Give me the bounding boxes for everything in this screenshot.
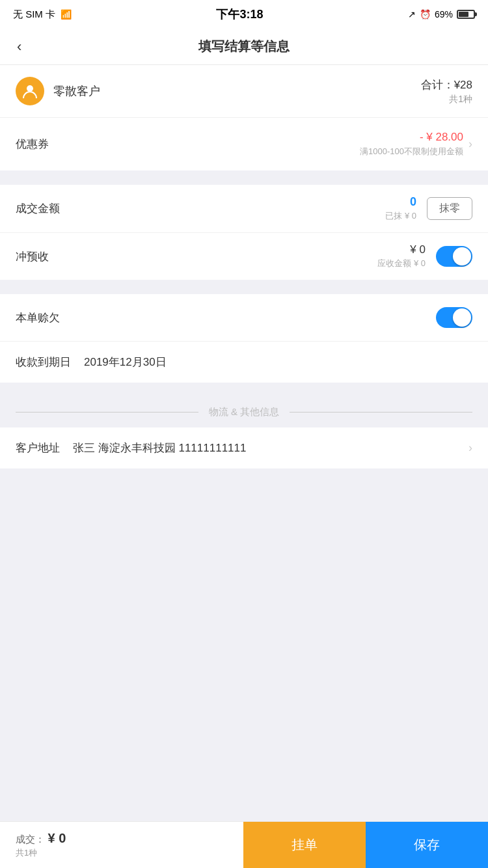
address-value: 张三 海淀永丰科技园 11111111111 <box>73 441 468 455</box>
svg-point-0 <box>27 85 33 92</box>
due-date-row: 收款到期日 2019年12月30日 <box>0 341 488 383</box>
coupon-label: 优惠券 <box>16 137 49 152</box>
advance-amount-sub: 应收金额 ¥ 0 <box>377 258 426 269</box>
address-chevron-icon: › <box>468 441 472 455</box>
status-left: 无 SIM 卡 📶 <box>13 8 72 21</box>
deal-amount-col: 0 已抹 ¥ 0 <box>385 195 416 222</box>
credit-toggle-knob <box>453 308 471 327</box>
status-right: ↗ ⏰ 69% <box>408 9 475 20</box>
due-date-value: 2019年12月30日 <box>84 355 167 370</box>
battery-icon <box>457 10 475 19</box>
customer-left: 零散客户 <box>16 77 100 105</box>
bottom-summary: 成交： ¥ 0 共1种 <box>0 831 243 859</box>
battery-fill <box>459 12 468 17</box>
address-label: 客户地址 <box>16 441 60 455</box>
alarm-icon: ⏰ <box>420 9 431 20</box>
divider-3 <box>0 389 488 397</box>
back-button[interactable]: ‹ <box>10 32 28 62</box>
deal-section: 成交金额 0 已抹 ¥ 0 抹零 冲预收 ¥ 0 应收金额 ¥ 0 <box>0 185 488 280</box>
deal-amount-sub: 已抹 ¥ 0 <box>385 210 416 222</box>
hold-button[interactable]: 挂单 <box>243 822 366 869</box>
address-section: 客户地址 张三 海淀永丰科技园 11111111111 › <box>0 427 488 468</box>
deal-amount-label: 成交金额 <box>16 201 60 216</box>
due-date-label: 收款到期日 <box>16 355 71 370</box>
credit-section: 本单赊欠 收款到期日 2019年12月30日 <box>0 294 488 383</box>
divider-2 <box>0 286 488 294</box>
customer-total: 合计：¥28 共1种 <box>421 77 472 105</box>
no-sim-text: 无 SIM 卡 <box>13 8 55 21</box>
credit-toggle[interactable] <box>436 307 472 328</box>
advance-amount-col: ¥ 0 应收金额 ¥ 0 <box>377 243 426 269</box>
bottom-bar: 成交： ¥ 0 共1种 挂单 保存 <box>0 821 488 868</box>
logistics-line-left <box>16 412 198 413</box>
bottom-deal-amount: ¥ 0 <box>47 831 66 845</box>
bottom-count: 共1种 <box>16 847 228 859</box>
credit-label: 本单赊欠 <box>16 310 60 325</box>
advance-amount-value: ¥ 0 <box>377 243 426 256</box>
deal-amount-row: 成交金额 0 已抹 ¥ 0 抹零 <box>0 185 488 232</box>
divider-1 <box>0 177 488 185</box>
address-row[interactable]: 客户地址 张三 海淀永丰科技园 11111111111 › <box>0 427 488 468</box>
deal-amount-value: 0 <box>385 195 416 209</box>
battery-percent: 69% <box>435 9 453 20</box>
customer-row: 零散客户 合计：¥28 共1种 <box>0 65 488 117</box>
advance-right: ¥ 0 应收金额 ¥ 0 <box>377 243 472 269</box>
customer-section: 零散客户 合计：¥28 共1种 优惠券 - ¥ 28.00 满1000-100不… <box>0 65 488 170</box>
advance-label: 冲预收 <box>16 249 49 264</box>
save-button[interactable]: 保存 <box>366 822 488 869</box>
coupon-row[interactable]: 优惠券 - ¥ 28.00 满1000-100不限制使用金额 › <box>0 117 488 170</box>
coupon-desc: 满1000-100不限制使用金额 <box>360 146 463 157</box>
status-time: 下午3:18 <box>216 7 263 22</box>
advance-toggle[interactable] <box>436 246 472 267</box>
logistics-title: 物流 & 其他信息 <box>198 406 290 418</box>
chevron-right-icon: › <box>468 137 472 151</box>
credit-row: 本单赊欠 <box>0 294 488 341</box>
wifi-icon: 📶 <box>61 9 72 20</box>
coupon-discount: - ¥ 28.00 <box>360 131 463 144</box>
toggle-knob <box>453 247 471 265</box>
coupon-detail: - ¥ 28.00 满1000-100不限制使用金额 <box>360 131 463 157</box>
deal-right: 0 已抹 ¥ 0 抹零 <box>385 195 472 222</box>
bottom-deal-label: 成交： <box>16 834 45 845</box>
total-amount: 合计：¥28 <box>421 77 472 92</box>
status-bar: 无 SIM 卡 📶 下午3:18 ↗ ⏰ 69% <box>0 0 488 29</box>
coupon-right: - ¥ 28.00 满1000-100不限制使用金额 › <box>360 131 472 157</box>
nav-bar: ‹ 填写结算等信息 <box>0 29 488 65</box>
page-title: 填写结算等信息 <box>198 38 290 55</box>
logistics-header: 物流 & 其他信息 <box>0 397 488 427</box>
advance-row: 冲预收 ¥ 0 应收金额 ¥ 0 <box>0 232 488 280</box>
round-zero-button[interactable]: 抹零 <box>427 197 472 220</box>
logistics-line-right <box>290 412 472 413</box>
bottom-deal-row: 成交： ¥ 0 <box>16 831 228 846</box>
bottom-spacer <box>0 475 488 592</box>
customer-avatar <box>16 77 44 105</box>
location-icon: ↗ <box>408 9 416 20</box>
customer-name: 零散客户 <box>53 83 100 99</box>
total-count: 共1种 <box>421 94 472 105</box>
